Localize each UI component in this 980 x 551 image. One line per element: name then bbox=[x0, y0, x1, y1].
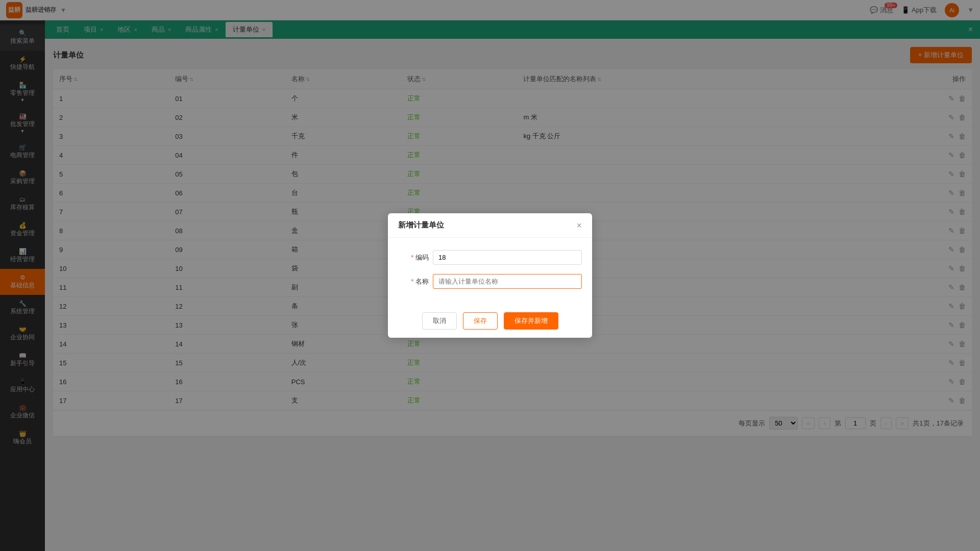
form-row-name: * 名称 bbox=[398, 274, 582, 289]
cancel-button[interactable]: 取消 bbox=[422, 312, 457, 330]
required-mark-code: * bbox=[411, 254, 413, 261]
code-input[interactable] bbox=[433, 250, 582, 265]
save-button[interactable]: 保存 bbox=[463, 312, 498, 330]
required-mark-name: * bbox=[411, 278, 413, 285]
form-label-name: * 名称 bbox=[398, 277, 429, 286]
code-label-text: 编码 bbox=[415, 254, 429, 261]
modal-body: * 编码 * 名称 bbox=[388, 238, 592, 306]
modal-overlay: 新增计量单位 × * 编码 * 名称 取消 保存 保存并新增 bbox=[0, 0, 980, 551]
modal-footer: 取消 保存 保存并新增 bbox=[388, 306, 592, 338]
save-and-new-button[interactable]: 保存并新增 bbox=[504, 312, 558, 330]
modal-title: 新增计量单位 bbox=[398, 220, 444, 230]
form-row-code: * 编码 bbox=[398, 250, 582, 265]
name-input[interactable] bbox=[433, 274, 582, 289]
add-unit-modal: 新增计量单位 × * 编码 * 名称 取消 保存 保存并新增 bbox=[388, 213, 592, 338]
form-label-code: * 编码 bbox=[398, 253, 429, 262]
modal-header: 新增计量单位 × bbox=[388, 213, 592, 238]
modal-close-button[interactable]: × bbox=[576, 221, 582, 230]
name-label-text: 名称 bbox=[415, 278, 429, 285]
